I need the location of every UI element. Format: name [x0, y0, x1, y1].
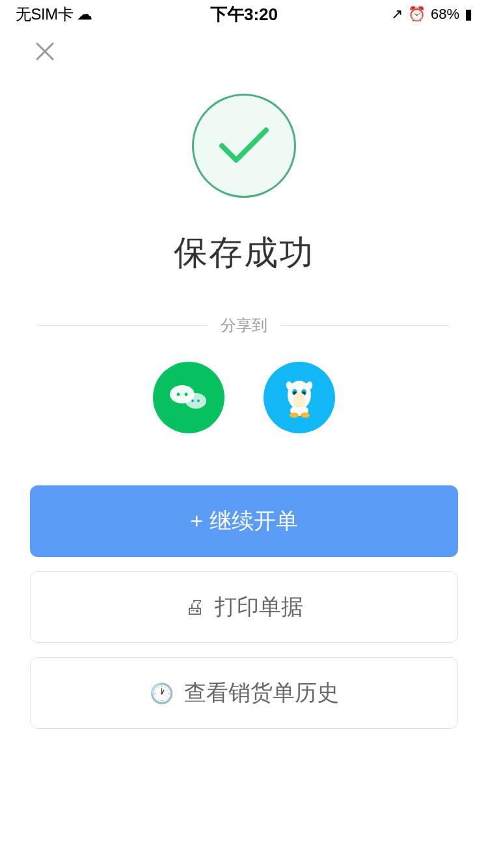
history-label: 查看销货单历史 — [184, 678, 339, 708]
close-icon — [35, 42, 55, 61]
view-history-button[interactable]: 🕐 查看销货单历史 — [30, 657, 458, 729]
svg-point-4 — [176, 392, 180, 396]
print-icon: 🖨 — [185, 596, 204, 618]
wechat-share-button[interactable] — [153, 362, 224, 433]
svg-point-5 — [184, 392, 187, 396]
location-icon: ↗ — [391, 6, 403, 23]
action-buttons: + 继续开单 🖨 打印单据 🕐 查看销货单历史 — [0, 485, 488, 729]
qq-share-button[interactable] — [264, 362, 335, 433]
wechat-icon — [168, 380, 210, 416]
status-time: 下午3:20 — [210, 3, 278, 26]
battery-icon: ▮ — [465, 6, 472, 23]
qq-icon — [278, 377, 321, 419]
share-icons-container — [153, 362, 335, 433]
print-receipt-button[interactable]: 🖨 打印单据 — [30, 571, 458, 643]
svg-point-7 — [197, 400, 200, 402]
status-left: 无SIM卡 ☁ — [16, 4, 92, 25]
status-bar: 无SIM卡 ☁ 下午3:20 ↗ ⏰ 68% ▮ — [0, 0, 488, 29]
battery-text: 68% — [431, 6, 459, 23]
share-divider-text: 分享到 — [208, 315, 280, 336]
svg-point-17 — [293, 392, 306, 408]
divider-line-left — [39, 325, 208, 326]
success-title: 保存成功 — [174, 230, 314, 276]
continue-order-button[interactable]: + 继续开单 — [30, 485, 458, 557]
print-label: 打印单据 — [215, 592, 303, 622]
share-divider: 分享到 — [0, 315, 488, 336]
close-button[interactable] — [29, 35, 61, 68]
svg-point-18 — [290, 413, 299, 418]
main-content: 保存成功 分享到 — [0, 29, 488, 729]
svg-point-19 — [301, 413, 310, 418]
status-right: ↗ ⏰ 68% ▮ — [391, 6, 472, 23]
checkmark-icon — [218, 126, 270, 165]
success-circle — [192, 94, 296, 198]
svg-point-3 — [185, 393, 206, 409]
history-icon: 🕐 — [150, 682, 174, 705]
divider-line-right — [280, 325, 449, 326]
svg-point-6 — [191, 400, 194, 402]
alarm-icon: ⏰ — [408, 6, 426, 23]
